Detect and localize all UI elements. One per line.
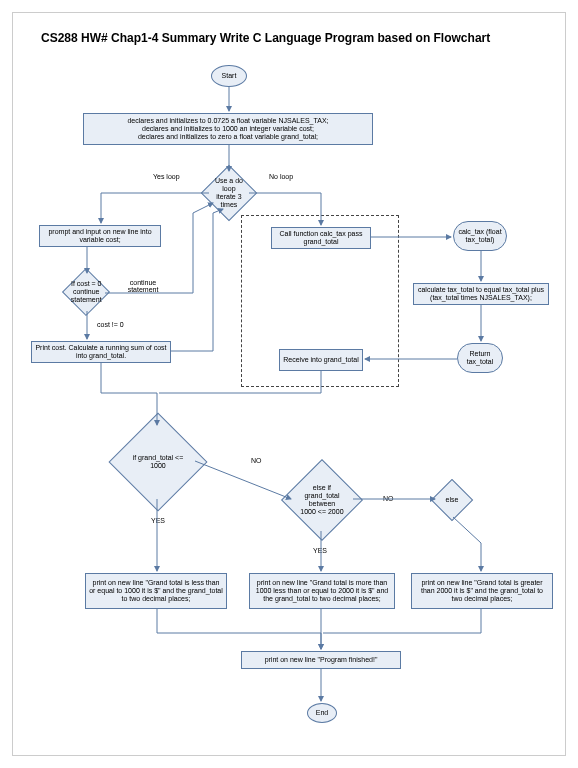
end-terminator: End	[307, 703, 337, 723]
start-terminator: Start	[211, 65, 247, 87]
page-title: CS288 HW# Chap1-4 Summary Write C Langua…	[41, 31, 545, 45]
calculate-block: calculate tax_total to equal tax_total p…	[413, 283, 549, 305]
flowchart-page: CS288 HW# Chap1-4 Summary Write C Langua…	[12, 12, 566, 756]
return-connector: Return tax_total	[457, 343, 503, 373]
ifgt1000-decision: if grand_total <= 1000	[109, 413, 208, 512]
continue-label: continue statement	[123, 279, 163, 293]
printcost-block: Print cost. Calculate a running sum of c…	[31, 341, 171, 363]
print3-doc: print on new line "Grand total is greate…	[411, 573, 553, 609]
print2-doc: print on new line "Grand total is more t…	[249, 573, 395, 609]
svg-line-9	[195, 461, 291, 499]
prompt-block: prompt and input on new line into variab…	[39, 225, 161, 247]
yes2-label: YES	[313, 547, 327, 554]
finished-doc: print on new line "Program finished!"	[241, 651, 401, 669]
no2-label: NO	[383, 495, 394, 502]
doloop-decision: Use a do loop iterate 3 times	[201, 165, 258, 222]
declares-block: declares and initializes to 0.0725 a flo…	[83, 113, 373, 145]
no1-label: NO	[251, 457, 262, 464]
callcalc-block: Call function calc_tax pass grand_total	[271, 227, 371, 249]
costne0-label: cost != 0	[97, 321, 124, 328]
ifcost0-decision: If cost = 0 continue statement	[62, 268, 110, 316]
noloop-label: No loop	[269, 173, 293, 180]
receive-block: Receive into grand_total	[279, 349, 363, 371]
else-decision: else	[431, 479, 473, 521]
yes1-label: YES	[151, 517, 165, 524]
yesloop-label: Yes loop	[153, 173, 180, 180]
elseif-decision: else if grand_total between 1000 <= 2000	[281, 459, 363, 541]
calctax-connector: calc_tax (float tax_total)	[453, 221, 507, 251]
print1-doc: print on new line "Grand total is less t…	[85, 573, 227, 609]
